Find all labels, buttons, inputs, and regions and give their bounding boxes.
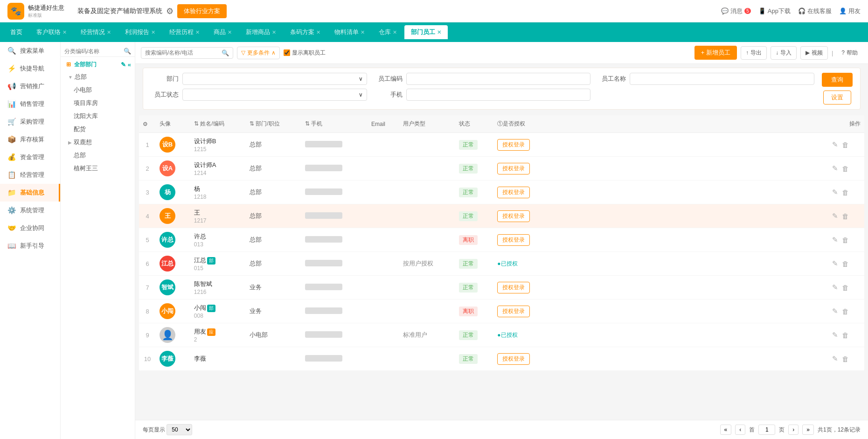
page-size-select[interactable]: 50 100 [167, 424, 192, 435]
dept-node-ph[interactable]: 配货 [61, 123, 135, 136]
status-select[interactable]: ∨ [182, 89, 367, 101]
collapse-panel-icon[interactable]: « [128, 61, 131, 68]
sidebar-item-finance[interactable]: 💰 资金管理 [0, 148, 60, 166]
tab-warehouse[interactable]: 仓库 ✕ [372, 25, 403, 39]
dept-node-sy[interactable]: 沈阳大库 [61, 110, 135, 123]
auth-button[interactable]: 授权登录 [497, 282, 530, 293]
edit-icon[interactable]: ✎ [832, 164, 838, 173]
delete-icon[interactable]: 🗑 [842, 236, 849, 244]
close-icon[interactable]: ✕ [316, 29, 320, 35]
online-service-button[interactable]: 🎧 在线客服 [798, 7, 832, 15]
phone-input[interactable] [406, 89, 591, 101]
close-icon[interactable]: ✕ [62, 29, 67, 35]
auth-button[interactable]: 授权登录 [497, 187, 530, 198]
close-icon[interactable]: ✕ [151, 29, 155, 35]
close-icon[interactable]: ✕ [228, 29, 232, 35]
sidebar-item-guide[interactable]: 📖 新手引导 [0, 237, 60, 255]
more-filter-btn[interactable]: ▽ 更多条件 ∧ [237, 47, 280, 59]
close-icon[interactable]: ✕ [437, 29, 441, 35]
search-button[interactable]: 查询 [822, 73, 853, 87]
next-page-button[interactable]: › [788, 425, 799, 435]
edit-dept-icon[interactable]: ✎ [121, 61, 126, 68]
last-page-button[interactable]: » [802, 425, 814, 435]
tab-customer[interactable]: 客户联络 ✕ [30, 25, 73, 39]
delete-icon[interactable]: 🗑 [842, 188, 849, 196]
search-icon[interactable]: 🔍 [222, 49, 229, 56]
sidebar-item-sales[interactable]: 📊 销售管理 [0, 95, 60, 113]
dept-node-sl[interactable]: ▶ 双鹿想 [61, 136, 135, 149]
prev-page-button[interactable]: ‹ [735, 425, 745, 435]
dept-node-xdb[interactable]: 小电部 [61, 84, 135, 97]
tab-goods[interactable]: 商品 ✕ [207, 25, 238, 39]
close-icon[interactable]: ✕ [393, 29, 397, 35]
trial-button[interactable]: 体验行业方案 [177, 4, 227, 18]
edit-icon[interactable]: ✎ [832, 236, 838, 244]
sidebar-item-basic[interactable]: 📁 基础信息 [0, 184, 60, 202]
auth-button[interactable]: 授权登录 [497, 234, 530, 246]
dept-search-icon[interactable]: 🔍 [124, 48, 131, 55]
sidebar-item-search[interactable]: 🔍 搜索菜单 [0, 42, 60, 60]
close-icon[interactable]: ✕ [107, 29, 111, 35]
edit-icon[interactable]: ✎ [832, 307, 838, 315]
sidebar-item-collab[interactable]: 🤝 企业协同 [0, 219, 60, 237]
tab-home[interactable]: 首页 [4, 25, 29, 39]
sidebar-item-mgmt[interactable]: 📋 经营管理 [0, 166, 60, 184]
tab-operation[interactable]: 经营情况 ✕ [74, 25, 118, 39]
tab-barcode[interactable]: 条码方案 ✕ [284, 25, 327, 39]
edit-icon[interactable]: ✎ [832, 283, 838, 292]
add-employee-button[interactable]: + 新增员工 [694, 46, 737, 60]
show-resigned-checkbox[interactable] [284, 49, 290, 56]
gear-button[interactable]: ⚙ [166, 6, 174, 16]
all-dept-header[interactable]: ⊞ 全部部门 ✎ « [61, 59, 135, 70]
delete-icon[interactable]: 🗑 [842, 355, 849, 363]
sidebar-item-nav[interactable]: ⚡ 快捷导航 [0, 60, 60, 77]
sidebar-item-system[interactable]: ⚙️ 系统管理 [0, 202, 60, 219]
view-button[interactable]: ▶ 视频 [800, 46, 828, 60]
show-resigned-toggle[interactable]: 显示离职员工 [284, 49, 326, 57]
sidebar-item-purchase[interactable]: 🛒 采购管理 [0, 113, 60, 131]
auth-button[interactable]: 授权登录 [497, 139, 530, 151]
delete-icon[interactable]: 🗑 [842, 260, 849, 268]
close-icon[interactable]: ✕ [195, 29, 200, 35]
edit-icon[interactable]: ✎ [832, 355, 838, 363]
auth-button[interactable]: 授权登录 [497, 210, 530, 222]
tab-profit[interactable]: 利润报告 ✕ [118, 25, 162, 39]
delete-icon[interactable]: 🗑 [842, 307, 849, 315]
auth-button[interactable]: 授权登录 [497, 306, 530, 317]
tab-employees[interactable]: 部门员工 ✕ [404, 25, 448, 39]
edit-icon[interactable]: ✎ [832, 212, 838, 220]
delete-icon[interactable]: 🗑 [842, 212, 849, 220]
auth-button[interactable]: 授权登录 [497, 163, 530, 174]
set-button[interactable]: 设置 [823, 91, 851, 105]
edit-icon[interactable]: ✎ [832, 331, 838, 339]
first-page-button[interactable]: « [720, 425, 732, 435]
delete-icon[interactable]: 🗑 [842, 284, 849, 292]
search-input[interactable] [145, 49, 220, 56]
dept-node-zswz[interactable]: 植树王三 [61, 162, 135, 175]
dept-node-general[interactable]: ▼ 总部 [61, 70, 135, 84]
message-button[interactable]: 💬 消息 5 [721, 7, 751, 15]
dept-select[interactable]: ∨ [182, 73, 367, 85]
edit-icon[interactable]: ✎ [832, 188, 838, 196]
dept-node-proj[interactable]: 项目库房 [61, 97, 135, 110]
close-icon[interactable]: ✕ [361, 29, 365, 35]
app-download-button[interactable]: 📱 App下载 [758, 7, 791, 15]
dept-node-hq[interactable]: 总部 [61, 149, 135, 162]
emp-name-input[interactable] [630, 73, 814, 85]
tab-add-goods[interactable]: 新增商品 ✕ [239, 25, 283, 39]
dept-search-input[interactable] [64, 48, 124, 55]
import-button[interactable]: ↓ 导入 [771, 46, 797, 60]
tab-bom[interactable]: 物料清单 ✕ [328, 25, 371, 39]
sidebar-item-marketing[interactable]: 📢 营销推广 [0, 77, 60, 95]
delete-icon[interactable]: 🗑 [842, 165, 849, 173]
delete-icon[interactable]: 🗑 [842, 141, 849, 149]
tab-history[interactable]: 经营历程 ✕ [163, 25, 206, 39]
edit-icon[interactable]: ✎ [832, 140, 838, 149]
edit-icon[interactable]: ✎ [832, 259, 838, 268]
user-avatar[interactable]: 👤 用友 [839, 7, 861, 15]
emp-code-input[interactable] [406, 73, 591, 85]
export-button[interactable]: ↑ 导出 [741, 46, 767, 60]
settings-icon[interactable]: ⚙ [143, 121, 148, 127]
page-number-input[interactable] [758, 425, 775, 435]
sidebar-item-inventory[interactable]: 📦 库存核算 [0, 131, 60, 148]
